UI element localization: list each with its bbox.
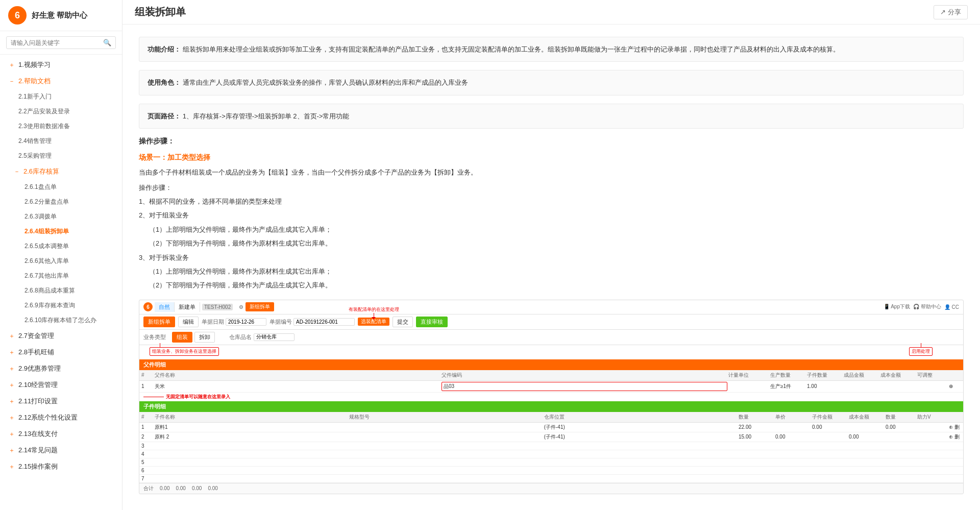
type-label: 业务类型 (143, 333, 166, 341)
intro-box: 功能介绍： 组装拆卸单用来处理企业组装或拆卸等加工业务，支持有固定装配清单的产品… (139, 37, 964, 62)
date-input[interactable] (226, 318, 266, 326)
sidebar-item-stock-check[interactable]: 2.6.9库存账本查询 (0, 298, 122, 313)
col-num: # (141, 372, 154, 378)
scene1-desc: 当由多个子件材料组装成一个成品的业务为【组装】业务，当由一个父件拆分成多个子产品… (139, 166, 964, 178)
search-input-wrap[interactable]: 🔍 (6, 36, 116, 49)
mobile-plus-icon: ＋ (8, 349, 15, 356)
share-button[interactable]: ↗ 分享 (934, 5, 968, 19)
sidebar-item-transfer[interactable]: 2.6.3调拨单 (0, 209, 122, 224)
step3-2: （2）下部明细为子件明细，最终作为产成品生成其它入库单。 (139, 279, 964, 291)
row-action-btn[interactable]: ⊕ (949, 383, 961, 389)
bottom-grid-header-label: 子件明细 (139, 401, 963, 412)
col-child-qty: 子件数量 (807, 372, 843, 379)
nav-section: ＋ 1.视频学习 － 2.帮助文档 2.1新手入门 2.2产品安装及登录 2.3… (0, 55, 122, 477)
sidebar-item-custom[interactable]: ＋ 2.12系统个性化设置 (0, 409, 122, 426)
sidebar-item-inventory[interactable]: － 2.6库存核算 (0, 163, 122, 180)
brow2-action[interactable]: ⊕ 删 (949, 433, 961, 441)
brow1-amt: 0.00 (812, 424, 848, 430)
sidebar-item-faq[interactable]: ＋ 2.14常见问题 (0, 442, 122, 458)
sidebar-item-ops[interactable]: ＋ 2.10经营管理 (0, 377, 122, 393)
sidebar-item-cost-recalc[interactable]: 2.6.8商品成本重算 (0, 283, 122, 298)
app-tab-new[interactable]: 新建单 (175, 302, 200, 312)
sidebar-item-assembly[interactable]: 2.6.4组装拆卸单 (0, 224, 122, 239)
type-disassembly-btn[interactable]: 拆卸 (194, 332, 215, 343)
logo-icon: 6 (8, 6, 27, 25)
step2-2: （2）下部明细为子件明细，最终作为原材料生成其它出库单。 (139, 237, 964, 249)
ops-steps-title: 操作步骤： (139, 182, 964, 193)
type-options: 组装 拆卸 (172, 332, 215, 343)
sidebar-item-install[interactable]: 2.2产品安装及登录 (0, 104, 122, 119)
brow1-wh: (子件-41) (544, 424, 738, 431)
sidebar-item-fund[interactable]: ＋ 2.7资金管理 (0, 328, 122, 344)
test-badge: TEST-H002 (202, 304, 233, 310)
footer-total-label: 合计 (143, 485, 154, 492)
app-logo-sm: 6 (143, 302, 153, 311)
row-parent-code: 品03 (442, 382, 727, 391)
faq-plus-icon: ＋ (8, 447, 15, 454)
col-cost-amt: 成本金额 (880, 372, 916, 379)
app-tab-home[interactable]: 自然 (155, 302, 175, 312)
bottom-grid-row-3: 3 (139, 442, 963, 450)
confirm-btn[interactable]: 直接审核 (416, 317, 448, 327)
footer-amount1: 0.00 (176, 485, 185, 491)
ops-title: 操作步骤： (139, 137, 964, 146)
main: 组装拆卸单 ↗ 分享 功能介绍： 组装拆卸单用来处理企业组装或拆卸等加工业务，支… (122, 0, 980, 510)
brow2-wh: (子件-41) (544, 433, 738, 441)
app-icons-right: 📱 App下载 🎧 帮助中心 👤 CC (884, 303, 959, 310)
doc-no-label: 单据编号 (270, 318, 292, 326)
brow2-qty: 15.00 (739, 434, 774, 440)
brow2-cost: 0.00 (849, 434, 885, 440)
submit-btn[interactable]: 提交 (393, 317, 413, 327)
brow1-action[interactable]: ⊕ 删 (949, 424, 961, 431)
sidebar-item-cost-adj[interactable]: 2.6.5成本调整单 (0, 239, 122, 254)
toolbar-new-btn[interactable]: 新组拆单 (143, 317, 175, 327)
sidebar-item-other-out[interactable]: 2.6.7其他出库单 (0, 269, 122, 283)
sidebar-item-print[interactable]: ＋ 2.11打印设置 (0, 393, 122, 409)
doc-no-input[interactable] (293, 318, 355, 326)
custom-plus-icon: ＋ (8, 414, 15, 421)
step2: 2、对于组装业务 (139, 209, 964, 221)
sidebar-item-print-label: 2.11打印设置 (18, 397, 58, 406)
new-doc-btn[interactable]: 新组拆单 (246, 302, 274, 311)
sidebar-item-other-in[interactable]: 2.6.6其他入库单 (0, 254, 122, 269)
bottom-grid-row-2: 2 原料 2 (子件-41) 15.00 0.00 0.00 ⊕ 删 (139, 432, 963, 442)
sidebar-item-account-err[interactable]: 2.6.10库存账本错了怎么办 (0, 313, 122, 328)
sidebar-item-stocktake[interactable]: 2.6.1盘点单 (0, 180, 122, 195)
toolbar-edit-btn[interactable]: 编辑 (178, 317, 199, 327)
bcol-num: # (141, 414, 154, 420)
sidebar-item-sales[interactable]: 2.4销售管理 (0, 134, 122, 149)
search-icon[interactable]: 🔍 (103, 39, 111, 46)
sidebar-item-coupon-label: 2.9优惠券管理 (18, 364, 61, 373)
path-text: 1、库存核算->库存管理->组装拆卸单 2、首页->常用功能 (183, 112, 350, 120)
from-bom-btn[interactable]: 选装配清单 (358, 318, 389, 326)
scene1-title: 场景一：加工类型选择 (139, 153, 964, 162)
bottom-grid-row-1: 1 原料1 (子件-41) 22.00 0.00 0.00 ⊕ 删 (139, 423, 963, 432)
sidebar-item-online-pay[interactable]: ＋ 2.13在线支付 (0, 426, 122, 442)
sidebar-item-data-prep[interactable]: 2.3使用前数据准备 (0, 119, 122, 134)
sidebar-item-purchase[interactable]: 2.5采购管理 (0, 149, 122, 163)
sidebar-item-mobile[interactable]: ＋ 2.8手机旺铺 (0, 344, 122, 360)
sidebar-item-partial-stocktake[interactable]: 2.6.2分量盘点单 (0, 195, 122, 209)
sidebar-item-cases[interactable]: ＋ 2.15操作案例 (0, 458, 122, 475)
ops-plus-icon: ＋ (8, 381, 15, 388)
sidebar-item-new-user[interactable]: 2.1新手入门 (0, 89, 122, 104)
page-title: 组装拆卸单 (135, 5, 186, 19)
type-assembly-btn[interactable]: 组装 (172, 332, 192, 343)
warehouse-input[interactable] (254, 333, 295, 341)
brow2-price: 0.00 (775, 434, 811, 440)
bottom-grid-header: # 子件名称 规格型号 仓库位置 数量 单价 子件金额 成本金额 数量 助力V (139, 412, 963, 423)
app-nav-tabs: 自然 新建单 (155, 302, 200, 312)
bcol-spec: 规格型号 (349, 414, 543, 421)
topbar: 组装拆卸单 ↗ 分享 (122, 0, 980, 25)
sidebar-item-faq-label: 2.14常见问题 (18, 446, 58, 455)
date-label: 单据日期 (202, 318, 224, 326)
app-doc-toolbar: 新组拆单 编辑 单据日期 单据编号 选装配清单 有装配清单的在这里 (139, 314, 963, 330)
sidebar-item-video[interactable]: ＋ 1.视频学习 (0, 57, 122, 73)
role-box: 使用角色： 通常由生产人员或库管人员完成拆装业务的操作，库管人员确认原材料的出库… (139, 70, 964, 95)
search-input[interactable] (11, 39, 103, 46)
footer-qty-total: 0.00 (160, 485, 169, 491)
sidebar-item-help-docs[interactable]: － 2.帮助文档 (0, 73, 122, 89)
type-selection-row: 业务类型 组装 拆卸 仓库品名 组装业务、拆卸业务在这里选择 (139, 330, 963, 345)
sidebar-item-coupon[interactable]: ＋ 2.9优惠券管理 (0, 360, 122, 377)
col-adjustable: 可调整 (917, 372, 948, 379)
